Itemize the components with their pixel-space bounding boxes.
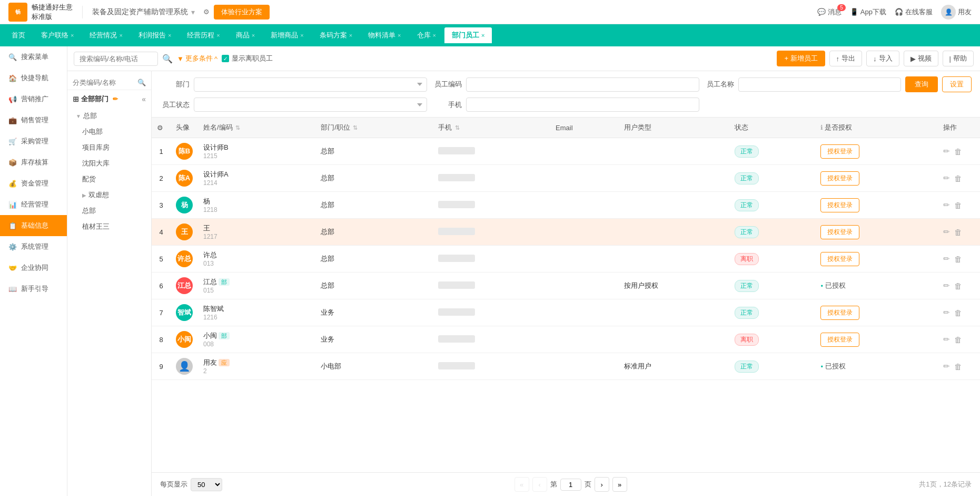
dept-node-xiaodian[interactable]: 小电部 — [67, 124, 151, 140]
dropdown-icon[interactable]: ▾ — [191, 8, 195, 16]
delete-button[interactable]: 🗑 — [954, 201, 962, 210]
sidebar-item-marketing[interactable]: 📢 营销推广 — [0, 89, 67, 110]
dept-node-zhicai[interactable]: 植材王三 — [67, 219, 151, 235]
message-button[interactable]: 💬 消息 5 — [817, 7, 842, 17]
trial-button[interactable]: 体验行业方案 — [214, 5, 270, 20]
settings-icon[interactable]: ⚙ — [203, 8, 210, 16]
tab-history[interactable]: 经营历程 × — [180, 27, 227, 43]
delete-button[interactable]: 🗑 — [954, 255, 962, 264]
auth-login-button[interactable]: 授权登录 — [820, 333, 859, 347]
delete-button[interactable]: 🗑 — [954, 147, 962, 156]
edit-button[interactable]: ✏ — [943, 281, 950, 290]
delete-button[interactable]: 🗑 — [954, 228, 962, 237]
set-button[interactable]: 设置 — [942, 76, 972, 92]
delete-button[interactable]: 🗑 — [954, 335, 962, 344]
delete-button[interactable]: 🗑 — [954, 362, 962, 371]
close-icon[interactable]: × — [71, 32, 74, 38]
user-avatar[interactable]: 👤 用友 — [941, 5, 972, 20]
tab-bom[interactable]: 物料清单 × — [361, 27, 408, 43]
edit-button[interactable]: ✏ — [943, 362, 950, 371]
auth-login-button[interactable]: 授权登录 — [820, 252, 859, 266]
th-phone[interactable]: 手机 ⇅ — [433, 118, 550, 138]
sidebar-item-search[interactable]: 🔍 搜索菜单 — [0, 46, 67, 67]
edit-button[interactable]: ✏ — [943, 335, 950, 344]
app-download-button[interactable]: 📱 App下载 — [850, 7, 886, 17]
dept-collapse-icon[interactable]: « — [142, 95, 146, 103]
edit-button[interactable]: ✏ — [943, 147, 950, 156]
first-page-button[interactable]: « — [514, 477, 529, 492]
close-icon[interactable]: × — [168, 32, 171, 38]
sidebar-item-sales[interactable]: 💼 销售管理 — [0, 110, 67, 131]
auth-login-button[interactable]: 授权登录 — [820, 198, 859, 212]
prev-page-button[interactable]: ‹ — [532, 477, 547, 492]
dept-node-zongbu2[interactable]: 总部 — [67, 203, 151, 219]
auth-login-button[interactable]: 授权登录 — [820, 144, 859, 159]
sidebar-item-guide[interactable]: 📖 新手引导 — [0, 278, 67, 299]
edit-button[interactable]: ✏ — [943, 254, 950, 264]
dept-all-header[interactable]: ⊞ 全部部门 ✏ « — [67, 90, 151, 108]
dept-edit-icon[interactable]: ✏ — [113, 95, 118, 103]
tab-operation[interactable]: 经营情况 × — [82, 27, 130, 43]
search-input[interactable] — [74, 52, 158, 66]
tab-warehouse[interactable]: 仓库 × — [410, 27, 443, 43]
edit-button[interactable]: ✏ — [943, 173, 950, 183]
emp-code-input[interactable] — [466, 77, 699, 92]
auth-login-button[interactable]: 授权登录 — [820, 171, 859, 186]
emp-status-select[interactable] — [194, 98, 427, 112]
edit-button[interactable]: ✏ — [943, 308, 950, 317]
help-button[interactable]: | 帮助 — [943, 51, 974, 66]
sidebar-item-corp[interactable]: 🤝 企业协同 — [0, 257, 67, 278]
sidebar-item-shortcuts[interactable]: 🏠 快捷导航 — [0, 67, 67, 89]
page-number-input[interactable] — [560, 479, 581, 491]
import-button[interactable]: ↓ 导入 — [866, 51, 899, 66]
tab-customer[interactable]: 客户联络 × — [34, 27, 81, 43]
th-name-code[interactable]: 姓名/编码 ⇅ — [198, 118, 315, 138]
delete-button[interactable]: 🗑 — [954, 308, 962, 317]
search-button[interactable]: 🔍 — [162, 54, 173, 64]
close-icon[interactable]: × — [349, 32, 352, 38]
sidebar-item-basic[interactable]: 📋 基础信息 — [0, 215, 67, 236]
th-settings[interactable]: ⚙ — [152, 118, 171, 138]
dept-node-shuang[interactable]: ▶ 双虐想 — [67, 187, 151, 203]
dept-filter-select[interactable] — [194, 77, 427, 92]
phone-input[interactable] — [466, 98, 699, 112]
sidebar-item-system[interactable]: ⚙️ 系统管理 — [0, 236, 67, 257]
edit-button[interactable]: ✏ — [943, 200, 950, 210]
auth-login-button[interactable]: 授权登录 — [820, 306, 859, 320]
close-icon[interactable]: × — [300, 32, 303, 38]
sidebar-item-operation[interactable]: 📊 经营管理 — [0, 194, 67, 215]
dept-node-zongbu[interactable]: ▼ 总部 — [67, 108, 151, 124]
close-icon[interactable]: × — [119, 32, 122, 38]
dept-node-project[interactable]: 项目库房 — [67, 140, 151, 155]
sidebar-item-inventory[interactable]: 📦 库存核算 — [0, 152, 67, 173]
delete-button[interactable]: 🗑 — [954, 174, 962, 183]
page-size-select[interactable]: 50 100 — [191, 478, 222, 491]
dept-search-icon[interactable]: 🔍 — [137, 79, 146, 86]
tab-barcode[interactable]: 条码方案 × — [312, 27, 360, 43]
dept-node-peihuo[interactable]: 配货 — [67, 171, 151, 187]
next-page-button[interactable]: › — [595, 477, 609, 492]
add-employee-button[interactable]: + 新增员工 — [777, 51, 825, 66]
online-service-button[interactable]: 🎧 在线客服 — [895, 7, 933, 17]
show-resigned-toggle[interactable]: ✓ 显示离职员工 — [222, 54, 273, 63]
query-button[interactable]: 查询 — [905, 76, 938, 92]
close-icon[interactable]: × — [481, 32, 484, 38]
dept-node-shenyang[interactable]: 沈阳大库 — [67, 155, 151, 171]
tab-profit[interactable]: 利润报告 × — [131, 27, 179, 43]
tab-new-goods[interactable]: 新增商品 × — [263, 27, 311, 43]
close-icon[interactable]: × — [398, 32, 401, 38]
th-dept-pos[interactable]: 部门/职位 ⇅ — [315, 118, 433, 138]
tab-home[interactable]: 首页 — [4, 27, 33, 43]
last-page-button[interactable]: » — [612, 477, 627, 492]
close-icon[interactable]: × — [433, 32, 436, 38]
auth-login-button[interactable]: 授权登录 — [820, 225, 859, 239]
sidebar-item-finance[interactable]: 💰 资金管理 — [0, 173, 67, 194]
dept-search-input[interactable] — [73, 79, 137, 86]
tab-employees[interactable]: 部门员工 × — [444, 27, 492, 43]
delete-button[interactable]: 🗑 — [954, 281, 962, 290]
view-button[interactable]: ▶ 视频 — [904, 51, 938, 66]
close-icon[interactable]: × — [252, 32, 255, 38]
tab-goods[interactable]: 商品 × — [229, 27, 262, 43]
edit-button[interactable]: ✏ — [943, 227, 950, 237]
sidebar-item-purchase[interactable]: 🛒 采购管理 — [0, 131, 67, 152]
